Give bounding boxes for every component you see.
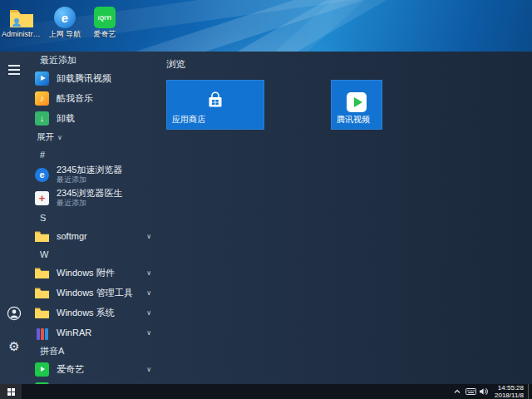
iqiyi-icon: iQIYI xyxy=(94,5,116,28)
start-menu-rail xyxy=(0,52,28,384)
start-button[interactable] xyxy=(0,384,22,399)
folder-icon xyxy=(35,286,49,300)
app-list-item-kuwo-music[interactable]: 酷我音乐 xyxy=(28,88,160,108)
app-list-item-windows-accessories[interactable]: Windows 附件 xyxy=(28,263,160,283)
kuwo-music-icon xyxy=(35,91,49,106)
app-label: Windows 管理工具 xyxy=(57,287,133,299)
expand-label: 展开 xyxy=(37,131,54,143)
start-tiles-pane: 浏览 应用商店 腾讯视频 xyxy=(166,58,185,71)
tile-label: 应用商店 xyxy=(172,114,205,126)
chevron-down-icon xyxy=(146,289,151,297)
winrar-icon xyxy=(35,326,49,340)
taskbar: 14:55:28 2018/11/8 xyxy=(0,384,532,399)
hidden-icons-chevron[interactable] xyxy=(451,384,464,399)
user-avatar-icon[interactable] xyxy=(7,306,22,321)
chevron-down-icon xyxy=(146,233,151,240)
2345-doctor-icon xyxy=(35,191,49,205)
app-list-section-header: # xyxy=(28,146,160,163)
desktop-icon-browser-nav[interactable]: 上网 导航 xyxy=(45,5,85,38)
iqiyi-icon xyxy=(35,362,49,377)
chevron-down-icon xyxy=(146,269,151,277)
app-list-item-windows-system[interactable]: Windows 系统 xyxy=(28,303,160,323)
app-sublabel: 最近添加 xyxy=(57,199,122,208)
app-list-section-header: 最近添加 xyxy=(28,52,160,68)
app-list-item-windows-admin-tools[interactable]: Windows 管理工具 xyxy=(28,283,160,303)
clock-time: 14:55:28 xyxy=(498,384,524,392)
desktop-icon-administrator[interactable]: Administra... xyxy=(2,5,42,38)
iqiyi-logo-text: iQIYI xyxy=(98,15,111,21)
app-label: softmgr xyxy=(57,231,87,241)
windows-logo-icon xyxy=(7,388,15,396)
touch-keyboard-icon[interactable] xyxy=(464,384,477,399)
app-list-item-iqiyi[interactable]: 爱奇艺 xyxy=(28,359,160,379)
app-list-section-header: W xyxy=(28,246,160,263)
user-folder-icon xyxy=(9,5,34,28)
app-list-item-softmgr[interactable]: softmgr xyxy=(28,226,160,246)
app-label: 卸载腾讯视频 xyxy=(57,72,111,85)
app-label: Windows 附件 xyxy=(57,267,115,279)
folder-icon xyxy=(35,266,49,280)
2345-browser-icon xyxy=(35,168,49,182)
app-label: 卸载 xyxy=(57,112,75,125)
tile-app-store[interactable]: 应用商店 xyxy=(166,80,264,130)
start-app-list: 最近添加 卸载腾讯视频 酷我音乐 卸载 展开 # 2345加速 xyxy=(28,52,160,384)
browser-e-icon xyxy=(54,5,76,28)
folder-icon xyxy=(35,229,49,244)
folder-icon xyxy=(35,306,49,320)
hamburger-menu-icon[interactable] xyxy=(8,65,20,77)
expand-button[interactable]: 展开 xyxy=(28,128,160,146)
start-menu: 最近添加 卸载腾讯视频 酷我音乐 卸载 展开 # 2345加速 xyxy=(0,52,532,384)
screen: Administra... 上网 导航 iQIYI 爱奇艺 最近添加 xyxy=(0,0,532,399)
desktop-icon-label: 上网 导航 xyxy=(49,30,81,38)
tencent-video-icon xyxy=(35,71,49,86)
tile-label: 腾讯视频 xyxy=(337,114,370,126)
app-list-item-2345-doctor[interactable]: 2345浏览器医生 最近添加 xyxy=(28,186,160,209)
app-list-item-uninstall[interactable]: 卸载 xyxy=(28,108,160,128)
chevron-down-icon xyxy=(57,134,62,141)
app-list-section-header: 拼音A xyxy=(28,342,160,359)
app-label: 2345加速浏览器 xyxy=(57,165,122,175)
taskbar-clock[interactable]: 14:55:28 2018/11/8 xyxy=(490,384,528,399)
volume-icon[interactable] xyxy=(477,384,490,399)
app-label: WinRAR xyxy=(57,328,91,337)
app-list-section-header: S xyxy=(28,209,160,226)
app-sublabel: 最近添加 xyxy=(57,175,122,185)
app-label: 酷我音乐 xyxy=(57,92,93,105)
chevron-down-icon xyxy=(146,309,151,317)
tencent-video-play-icon xyxy=(347,92,367,112)
clock-date: 2018/11/8 xyxy=(495,392,524,399)
app-list-item-uninstall-tencent-video[interactable]: 卸载腾讯视频 xyxy=(28,68,160,88)
app-list-item-winrar[interactable]: WinRAR xyxy=(28,323,160,342)
system-tray: 14:55:28 2018/11/8 xyxy=(451,384,532,399)
desktop-icon-label: 爱奇艺 xyxy=(94,30,116,38)
desktop-icon-label: Administra... xyxy=(2,30,42,38)
app-list-item-2345-browser[interactable]: 2345加速浏览器 最近添加 xyxy=(28,163,160,186)
chevron-down-icon xyxy=(146,329,151,337)
app-label: Windows 系统 xyxy=(57,307,115,319)
tile-tencent-video[interactable]: 腾讯视频 xyxy=(331,80,382,130)
tile-group-label: 浏览 xyxy=(166,58,185,71)
desktop-icon-iqiyi[interactable]: iQIYI 爱奇艺 xyxy=(85,5,125,38)
show-desktop-button[interactable] xyxy=(528,384,532,399)
settings-gear-icon[interactable] xyxy=(7,339,22,354)
chevron-down-icon xyxy=(146,366,151,373)
app-label: 2345浏览器医生 xyxy=(57,188,122,199)
store-icon xyxy=(205,91,225,114)
uninstall-icon xyxy=(35,111,49,126)
app-label: 爱奇艺 xyxy=(57,363,84,376)
